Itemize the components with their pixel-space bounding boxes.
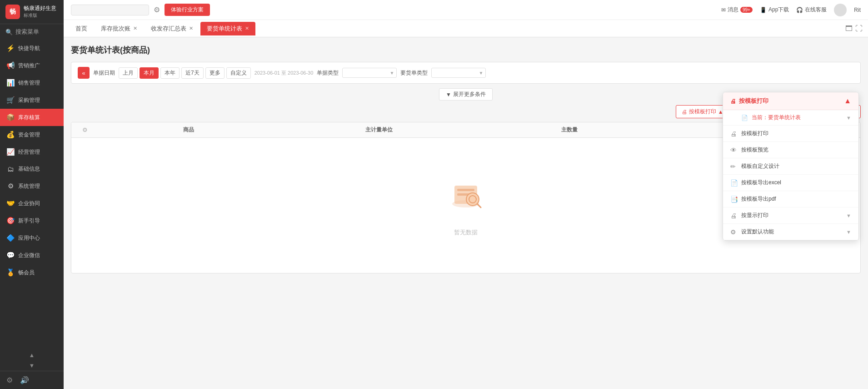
industry-btn[interactable]: 体验行业方案	[165, 4, 210, 16]
default-func-arrow: ▼	[846, 229, 851, 235]
message-btn[interactable]: ✉ 消息 99+	[721, 6, 753, 14]
online-service-btn[interactable]: 🎧 在线客服	[796, 6, 827, 14]
print-btn[interactable]: 🖨 按模板打印 ▲	[676, 105, 729, 118]
display-print-label: 按显示打印	[741, 212, 768, 219]
inventory-icon: 📦	[6, 113, 15, 121]
order-type-select[interactable]	[431, 68, 486, 78]
sidebar-item-label: 库存核算	[18, 114, 40, 121]
filter-expand-button[interactable]: «	[78, 67, 90, 79]
sidebar-item-guide[interactable]: 🎯 新手引导	[0, 212, 64, 229]
sidebar-item-label: 畅会员	[18, 269, 35, 277]
date-range-display: 2023-06-01 至 2023-06-30	[254, 70, 314, 76]
expand-more-button[interactable]: ▼ 展开更多条件	[439, 88, 493, 101]
dropdown-current-item[interactable]: 📄 当前：要货单统计表 ▼	[723, 110, 858, 126]
wechat-icon: 💬	[6, 251, 15, 259]
sidebar-scroll-down[interactable]: ▼	[0, 360, 64, 371]
dropdown-item-template-excel[interactable]: 📄 按模板导出excel	[723, 175, 858, 191]
sidebar-item-system[interactable]: ⚙ 系统管理	[0, 177, 64, 195]
tab-order-stat[interactable]: 要货单统计表 ✕	[200, 22, 255, 35]
footer-settings-icon[interactable]: ⚙	[6, 376, 13, 384]
sidebar-item-label: 基础信息	[18, 165, 40, 173]
user-avatar[interactable]	[834, 4, 847, 16]
shortcut-icon: ⚡	[6, 44, 15, 52]
tab-receipts[interactable]: 收发存汇总表 ✕	[145, 22, 200, 35]
display-print-arrow: ▼	[846, 213, 851, 218]
minimize-icon[interactable]: 🗖	[845, 25, 853, 33]
dropdown-item-template-design[interactable]: ✏ 模板自定义设计	[723, 158, 858, 175]
sidebar-item-sales[interactable]: 📊 销售管理	[0, 74, 64, 91]
default-func-icon: ⚙	[730, 228, 738, 236]
sidebar-item-shortcut[interactable]: ⚡ 快捷导航	[0, 40, 64, 57]
dropdown-header: 🖨 按模板打印 ▲	[723, 92, 858, 110]
default-func-label: 设置默认功能	[741, 228, 774, 236]
col-goods: 商品	[93, 126, 284, 134]
app-download-label: App下载	[768, 6, 789, 14]
sidebar-scroll-up[interactable]: ▲	[0, 350, 64, 360]
topbar-search-input[interactable]	[71, 5, 149, 15]
filter-bar: « 单据日期 上月 本月 本年 近7天 更多 自定义 2023-06-01 至 …	[71, 62, 861, 84]
date-btn-this-year[interactable]: 本年	[160, 67, 180, 79]
dropdown-current-icon: 📄	[741, 115, 748, 121]
tab-batch[interactable]: 库存批次账 ✕	[95, 22, 144, 35]
page-content: 要货单统计表(按商品) « 单据日期 上月 本月 本年 近7天 更多 自定义 2…	[64, 37, 868, 389]
sidebar-item-basic[interactable]: 🗂 基础信息	[0, 161, 64, 177]
svg-rect-2	[457, 189, 474, 191]
dropdown-close-btn[interactable]: ▲	[844, 97, 851, 105]
sidebar-item-wechat[interactable]: 💬 企业微信	[0, 247, 64, 264]
topbar: ⚙ 体验行业方案 ✉ 消息 99+ 📱 App下载 🎧 在线客服 Rit	[64, 0, 868, 20]
template-excel-icon: 📄	[730, 179, 738, 187]
topbar-gear-icon[interactable]: ⚙	[154, 5, 160, 14]
col-unit: 主计量单位	[284, 126, 474, 134]
dropdown-item-template-preview[interactable]: 👁 按模板预览	[723, 142, 858, 158]
expand-more-label: 展开更多条件	[453, 91, 486, 98]
date-btn-7days[interactable]: 近7天	[181, 67, 204, 79]
sidebar-item-member[interactable]: 🏅 畅会员	[0, 264, 64, 281]
sidebar-item-label: 营销推广	[18, 62, 40, 70]
tab-maximize-controls: 🗖 ⛶	[845, 25, 863, 33]
sidebar-item-operation[interactable]: 📈 经营管理	[0, 143, 64, 161]
date-btn-more[interactable]: 更多	[205, 67, 224, 79]
date-btn-this-month[interactable]: 本月	[140, 67, 159, 79]
tab-batch-label: 库存批次账	[101, 25, 130, 33]
main-area: ⚙ 体验行业方案 ✉ 消息 99+ 📱 App下载 🎧 在线客服 Rit 首页	[64, 0, 868, 389]
search-label: 搜索菜单	[15, 28, 39, 36]
dropdown-item-template-print[interactable]: 🖨 按模板打印	[723, 126, 858, 142]
sidebar-item-purchase[interactable]: 🛒 采购管理	[0, 91, 64, 109]
dropdown-item-left: ⚙ 设置默认功能	[730, 228, 774, 236]
bill-type-select[interactable]	[342, 68, 397, 78]
footer-speaker-icon[interactable]: 🔊	[20, 376, 29, 384]
service-label: 在线客服	[805, 6, 827, 14]
dropdown-item-default-func[interactable]: ⚙ 设置默认功能 ▼	[723, 224, 858, 240]
dropdown-item-display-print[interactable]: 🖨 按显示打印 ▼	[723, 207, 858, 224]
sidebar-logo: 畅 畅康通好生意 标准版	[0, 0, 64, 24]
col-qty: 主数量	[474, 126, 664, 134]
sidebar-item-marketing[interactable]: 📢 营销推广	[0, 57, 64, 74]
table-settings-icon[interactable]: ⚙	[77, 126, 93, 133]
logo-icon: 畅	[5, 5, 20, 19]
sidebar-item-corp[interactable]: 🤝 企业协同	[0, 195, 64, 212]
maximize-icon[interactable]: ⛶	[855, 25, 863, 33]
sidebar: 畅 畅康通好生意 标准版 🔍 搜索菜单 ⚡ 快捷导航 📢 营销推广 📊 销售管理…	[0, 0, 64, 389]
sidebar-item-label: 经营管理	[18, 148, 40, 156]
sidebar-item-label: 采购管理	[18, 96, 40, 104]
tabs-bar: 首页 库存批次账 ✕ 收发存汇总表 ✕ 要货单统计表 ✕ 🗖 ⛶	[64, 20, 868, 37]
sidebar-item-inventory[interactable]: 📦 库存核算	[0, 109, 64, 126]
tab-batch-close[interactable]: ✕	[133, 25, 137, 31]
dropdown-item-left: 📑 按模板导出pdf	[730, 195, 776, 203]
date-btn-last-month[interactable]: 上月	[119, 67, 138, 79]
dropdown-title-label: 按模板打印	[739, 97, 768, 105]
tab-order-stat-close[interactable]: ✕	[245, 25, 249, 31]
sidebar-item-app[interactable]: 🔷 应用中心	[0, 229, 64, 247]
sidebar-item-finance[interactable]: 💰 资金管理	[0, 126, 64, 143]
dropdown-item-template-pdf[interactable]: 📑 按模板导出pdf	[723, 191, 858, 207]
sidebar-item-label: 销售管理	[18, 79, 40, 87]
tab-receipts-close[interactable]: ✕	[189, 25, 193, 31]
template-print-icon: 🖨	[730, 130, 738, 137]
service-icon: 🎧	[796, 7, 803, 13]
sidebar-search[interactable]: 🔍 搜索菜单	[0, 24, 64, 40]
app-download-btn[interactable]: 📱 App下载	[760, 6, 789, 14]
date-btn-custom[interactable]: 自定义	[226, 67, 251, 79]
sidebar-item-label: 资金管理	[18, 131, 40, 139]
message-badge: 99+	[740, 7, 753, 13]
tab-home[interactable]: 首页	[69, 22, 94, 35]
